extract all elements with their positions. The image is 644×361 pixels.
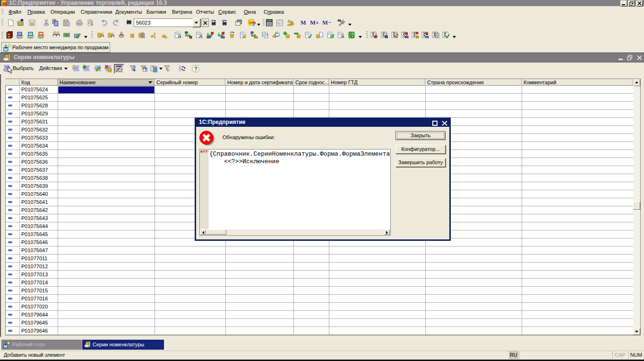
svg-text:?: ? [252,20,256,27]
svg-text:?: ? [194,66,197,71]
svg-text:C: C [4,3,7,6]
